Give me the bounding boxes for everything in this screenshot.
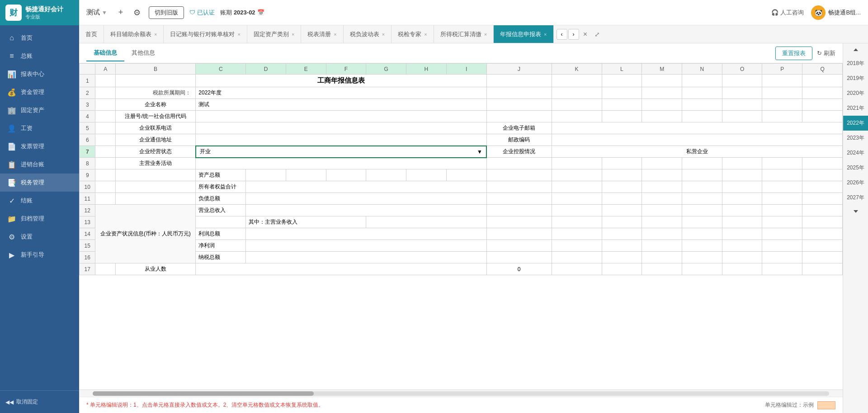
sidebar-item-tax[interactable]: 📑 税务管理 — [0, 174, 79, 192]
cell-17-O[interactable] — [722, 263, 762, 275]
cell-15-N[interactable] — [682, 240, 722, 252]
cell-10-N[interactable] — [682, 181, 722, 193]
cell-16-Q[interactable] — [802, 252, 843, 263]
cell-16-O[interactable] — [722, 252, 762, 263]
cell-15-K[interactable] — [552, 240, 602, 252]
cell-14-val[interactable] — [246, 228, 486, 240]
cell-12-O[interactable] — [722, 205, 762, 216]
tab-income-tax-close[interactable]: × — [484, 32, 487, 37]
cell-4-M[interactable] — [642, 111, 682, 122]
cell-16-M[interactable] — [642, 252, 682, 263]
cell-11-K[interactable] — [552, 193, 602, 205]
col-header-Q[interactable]: Q — [802, 64, 843, 75]
cell-14-K[interactable] — [552, 228, 602, 240]
cell-16-L[interactable] — [602, 252, 642, 263]
cell-2-N[interactable] — [682, 87, 722, 99]
cell-9-C[interactable]: 资产总额 — [196, 169, 246, 181]
cell-7-B[interactable]: 企业经营状态 — [115, 146, 195, 158]
cell-16-C[interactable]: 纳税总额 — [196, 252, 246, 263]
cell-13-O[interactable] — [722, 216, 762, 228]
col-header-K[interactable]: K — [552, 64, 602, 75]
cell-1-J[interactable] — [486, 75, 552, 87]
cell-8-M[interactable] — [642, 158, 682, 169]
cell-6-J[interactable]: 邮政编码 — [486, 134, 552, 146]
cell-17-A[interactable] — [95, 263, 115, 275]
cell-17-K[interactable] — [552, 263, 602, 275]
tab-tax-wave[interactable]: 税负波动表 × — [344, 25, 392, 43]
col-header-E[interactable]: E — [286, 64, 326, 75]
cell-1-K[interactable] — [552, 75, 602, 87]
cell-3-A[interactable] — [95, 99, 115, 111]
cell-8-J[interactable] — [486, 158, 552, 169]
cell-3-N[interactable] — [682, 99, 722, 111]
cell-1-M[interactable] — [642, 75, 682, 87]
horizontal-scrollbar[interactable] — [79, 390, 843, 397]
tab-tax-inspect-close[interactable]: × — [424, 32, 427, 37]
year-item-2023[interactable]: 2023年 — [843, 131, 868, 145]
cell-9-I[interactable] — [446, 169, 486, 181]
cell-10-K[interactable] — [552, 181, 602, 193]
col-header-D[interactable]: D — [246, 64, 286, 75]
cell-9-L[interactable] — [602, 169, 642, 181]
sidebar-item-home[interactable]: ⌂ 首页 — [0, 29, 79, 47]
sidebar-item-archive[interactable]: 📁 归档管理 — [0, 210, 79, 228]
cell-5-email[interactable] — [552, 122, 842, 134]
tab-tax-form-close[interactable]: × — [334, 32, 336, 37]
cell-4-A[interactable] — [95, 111, 115, 122]
sidebar-item-ledger[interactable]: ≡ 总账 — [0, 47, 79, 65]
cell-15-J[interactable] — [486, 240, 552, 252]
cell-14-J[interactable] — [486, 228, 552, 240]
cell-15-M[interactable] — [642, 240, 682, 252]
cell-8-P[interactable] — [762, 158, 802, 169]
tab-aux-close[interactable]: × — [154, 32, 157, 37]
col-header-A[interactable]: A — [95, 64, 115, 75]
cell-15-L[interactable] — [602, 240, 642, 252]
cell-5-J[interactable]: 企业电子邮箱 — [486, 122, 552, 134]
cell-9-P[interactable] — [762, 169, 802, 181]
cell-10-L[interactable] — [602, 181, 642, 193]
year-item-2026[interactable]: 2026年 — [843, 175, 868, 190]
cell-15-O[interactable] — [722, 240, 762, 252]
tab-tax-form[interactable]: 税表清册 × — [301, 25, 343, 43]
cell-13-L[interactable] — [602, 216, 642, 228]
cell-17-Q[interactable] — [802, 263, 843, 275]
cell-15-P[interactable] — [762, 240, 802, 252]
cell-9-G[interactable] — [366, 169, 406, 181]
cell-10-O[interactable] — [722, 181, 762, 193]
cell-11-M[interactable] — [642, 193, 682, 205]
col-header-O[interactable]: O — [722, 64, 762, 75]
consult-btn[interactable]: 🎧 人工咨询 — [771, 9, 804, 17]
cell-9-N[interactable] — [682, 169, 722, 181]
add-tab-btn[interactable]: + — [114, 6, 127, 19]
cell-11-J[interactable] — [486, 193, 552, 205]
cell-11-C[interactable]: 负债总额 — [196, 193, 246, 205]
cell-4-P[interactable] — [762, 111, 802, 122]
cell-16-P[interactable] — [762, 252, 802, 263]
cell-4-reg[interactable] — [196, 111, 486, 122]
cell-2-Q[interactable] — [802, 87, 843, 99]
cell-9-J[interactable] — [486, 169, 552, 181]
cell-9-Q[interactable] — [802, 169, 843, 181]
cell-14-P[interactable] — [762, 228, 802, 240]
tab-tax-wave-close[interactable]: × — [382, 32, 385, 37]
year-item-2027[interactable]: 2027年 — [843, 190, 868, 205]
cell-7-J[interactable]: 企业控股情况 — [486, 146, 552, 158]
cell-15-C[interactable]: 净利润 — [196, 240, 246, 252]
cell-3-Q[interactable] — [802, 99, 843, 111]
cell-10-Q[interactable] — [802, 181, 843, 193]
cell-16-J[interactable] — [486, 252, 552, 263]
cell-16-val[interactable] — [246, 252, 486, 263]
cell-4-N[interactable] — [682, 111, 722, 122]
cell-17-L[interactable] — [602, 263, 642, 275]
cell-12-C[interactable]: 营业总收入 — [196, 205, 246, 216]
cell-9-D[interactable] — [246, 169, 286, 181]
cell-6-address[interactable] — [196, 134, 486, 146]
settings-btn[interactable]: ⚙ — [131, 6, 143, 19]
cell-13-P[interactable] — [762, 216, 802, 228]
cell-10-C[interactable]: 所有者权益合计 — [196, 181, 246, 193]
cell-13-C[interactable] — [196, 216, 246, 228]
cell-1-B[interactable] — [115, 75, 195, 87]
year-item-2021[interactable]: 2021年 — [843, 101, 868, 116]
cell-12-J[interactable] — [486, 205, 552, 216]
cancel-fix-btn[interactable]: ◀◀ 取消固定 — [0, 394, 79, 409]
